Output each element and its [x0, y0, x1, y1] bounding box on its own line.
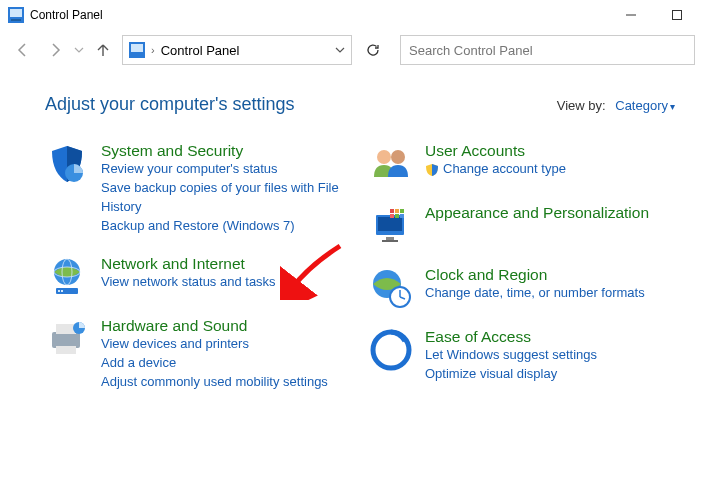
svg-rect-21	[378, 217, 402, 231]
task-link[interactable]: Change date, time, or number formats	[425, 284, 675, 303]
uac-shield-icon	[425, 163, 439, 177]
task-link[interactable]: Review your computer's status	[101, 160, 351, 179]
category-title[interactable]: Hardware and Sound	[101, 317, 248, 334]
task-link[interactable]: Change account type	[425, 160, 675, 179]
category-network-internet: Network and Internet View network status…	[45, 254, 351, 298]
svg-rect-26	[400, 209, 404, 213]
address-icon	[129, 42, 145, 58]
task-link[interactable]: View network status and tasks	[101, 273, 351, 292]
view-by-value: Category	[615, 98, 668, 113]
view-by-dropdown[interactable]: Category▾	[615, 98, 675, 113]
svg-rect-24	[390, 209, 394, 213]
category-grid: System and Security Review your computer…	[45, 141, 675, 392]
category-ease-of-access: Ease of Access Let Windows suggest setti…	[369, 327, 675, 384]
view-by-label: View by:	[557, 98, 606, 113]
main-content: Adjust your computer's settings View by:…	[0, 70, 705, 402]
search-input[interactable]: Search Control Panel	[400, 35, 695, 65]
toolbar: › Control Panel Search Control Panel	[0, 30, 705, 70]
forward-button[interactable]	[42, 37, 68, 63]
category-appearance-personalization: Appearance and Personalization	[369, 203, 675, 247]
category-title[interactable]: Appearance and Personalization	[425, 204, 649, 221]
svg-rect-1	[10, 9, 22, 17]
category-title[interactable]: Ease of Access	[425, 328, 531, 345]
window-title: Control Panel	[30, 8, 103, 22]
svg-rect-29	[400, 214, 404, 218]
category-system-security: System and Security Review your computer…	[45, 141, 351, 236]
category-user-accounts: User Accounts Change account type	[369, 141, 675, 185]
category-column-left: System and Security Review your computer…	[45, 141, 351, 392]
address-bar[interactable]: › Control Panel	[122, 35, 352, 65]
svg-rect-15	[56, 324, 76, 334]
category-column-right: User Accounts Change account type Appear…	[369, 141, 675, 392]
address-text: Control Panel	[161, 43, 240, 58]
svg-point-19	[391, 150, 405, 164]
back-button[interactable]	[10, 37, 36, 63]
task-link[interactable]: Save backup copies of your files with Fi…	[101, 179, 351, 217]
svg-rect-4	[673, 11, 682, 20]
globe-network-icon	[45, 254, 89, 298]
task-link[interactable]: Backup and Restore (Windows 7)	[101, 217, 351, 236]
recent-locations-dropdown[interactable]	[74, 37, 84, 63]
view-by: View by: Category▾	[557, 98, 675, 113]
svg-rect-6	[131, 44, 143, 52]
svg-rect-12	[58, 290, 60, 292]
task-link[interactable]: Optimize visual display	[425, 365, 675, 384]
minimize-button[interactable]	[617, 5, 645, 25]
user-accounts-icon	[369, 141, 413, 185]
svg-rect-23	[382, 240, 398, 242]
category-title[interactable]: Network and Internet	[101, 255, 245, 272]
category-title[interactable]: User Accounts	[425, 142, 525, 159]
svg-rect-14	[52, 332, 80, 348]
clock-globe-icon	[369, 265, 413, 309]
search-placeholder: Search Control Panel	[409, 43, 533, 58]
control-panel-icon	[8, 7, 24, 23]
task-link[interactable]: Adjust commonly used mobility settings	[101, 373, 351, 392]
svg-rect-27	[390, 214, 394, 218]
up-button[interactable]	[90, 37, 116, 63]
breadcrumb-sep-icon: ›	[151, 44, 155, 56]
task-link[interactable]: View devices and printers	[101, 335, 351, 354]
category-title[interactable]: System and Security	[101, 142, 243, 159]
address-dropdown-icon[interactable]	[335, 45, 345, 55]
titlebar-left: Control Panel	[8, 7, 103, 23]
svg-rect-13	[61, 290, 63, 292]
task-link[interactable]: Let Windows suggest settings	[425, 346, 675, 365]
header-row: Adjust your computer's settings View by:…	[45, 94, 675, 115]
svg-point-18	[377, 150, 391, 164]
ease-of-access-icon	[369, 327, 413, 384]
printer-hardware-icon	[45, 316, 89, 392]
category-hardware-sound: Hardware and Sound View devices and prin…	[45, 316, 351, 392]
chevron-down-icon: ▾	[670, 101, 675, 112]
task-link[interactable]: Add a device	[101, 354, 351, 373]
page-heading: Adjust your computer's settings	[45, 94, 295, 115]
svg-rect-25	[395, 209, 399, 213]
shield-security-icon	[45, 141, 89, 236]
svg-rect-28	[395, 214, 399, 218]
maximize-button[interactable]	[663, 5, 691, 25]
refresh-button[interactable]	[358, 35, 388, 65]
svg-rect-2	[11, 19, 21, 21]
svg-rect-16	[56, 346, 76, 354]
category-clock-region: Clock and Region Change date, time, or n…	[369, 265, 675, 309]
svg-rect-22	[386, 237, 394, 240]
appearance-icon	[369, 203, 413, 247]
titlebar: Control Panel	[0, 0, 705, 30]
category-title[interactable]: Clock and Region	[425, 266, 547, 283]
window-controls	[617, 5, 697, 25]
